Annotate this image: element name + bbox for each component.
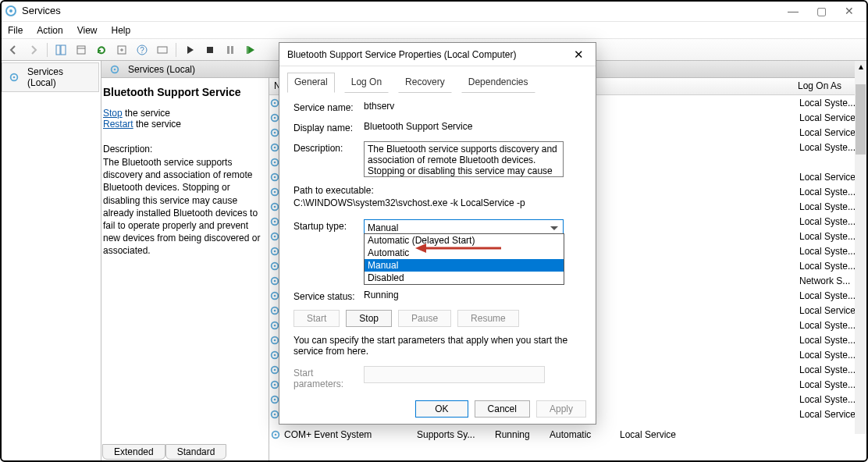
restart-tail: the service xyxy=(133,119,181,130)
export-button[interactable] xyxy=(113,41,130,59)
close-button[interactable]: ✕ xyxy=(835,0,863,22)
svg-rect-4 xyxy=(77,46,85,54)
help-button[interactable]: ? xyxy=(133,41,151,59)
svg-point-51 xyxy=(274,339,276,341)
startup-type-dropdown[interactable]: Automatic (Delayed Start) Automatic Manu… xyxy=(364,233,564,285)
svg-point-63 xyxy=(275,433,277,435)
properties-button[interactable] xyxy=(73,41,90,59)
svg-point-45 xyxy=(274,294,276,297)
start-params-input xyxy=(364,366,545,383)
svg-point-15 xyxy=(13,76,16,79)
menu-file[interactable]: File xyxy=(8,25,23,36)
tab-extended[interactable]: Extended xyxy=(102,444,165,460)
svg-point-39 xyxy=(274,250,276,252)
col-logon[interactable]: Log On As xyxy=(793,78,857,94)
stop-link[interactable]: Stop xyxy=(103,108,123,119)
tab-logon[interactable]: Log On xyxy=(344,73,389,93)
svg-point-61 xyxy=(274,413,276,415)
svg-point-37 xyxy=(274,235,276,237)
services-app-icon xyxy=(5,5,17,17)
label-display-name: Display name: xyxy=(293,121,364,133)
value-display-name: Bluetooth Support Service xyxy=(364,121,582,132)
label-start-params: Start parameters: xyxy=(293,366,364,389)
svg-text:?: ? xyxy=(140,46,144,55)
tab-general[interactable]: General xyxy=(287,73,335,93)
stop-button[interactable] xyxy=(201,41,219,59)
start-button[interactable]: Start xyxy=(293,310,340,327)
value-description[interactable] xyxy=(364,141,564,177)
menubar: File Action View Help xyxy=(0,22,868,39)
stop-service-button[interactable]: Stop xyxy=(346,310,392,327)
cancel-button[interactable]: Cancel xyxy=(475,400,530,418)
dropdown-manual[interactable]: Manual xyxy=(365,259,564,272)
menu-help[interactable]: Help xyxy=(112,25,131,36)
play-button[interactable] xyxy=(181,41,198,59)
desc-label: Description: xyxy=(103,144,262,155)
cell-logon: Local Service xyxy=(620,429,690,440)
forward-button[interactable] xyxy=(25,41,42,59)
svg-rect-3 xyxy=(61,45,66,55)
apply-button[interactable]: Apply xyxy=(536,400,586,418)
pause-service-button[interactable]: Pause xyxy=(398,310,451,327)
label-startup-type: Startup type: xyxy=(293,219,364,232)
svg-point-1 xyxy=(9,9,12,12)
cell-startup: Automatic xyxy=(550,429,620,440)
pause-button[interactable] xyxy=(222,41,239,59)
svg-rect-11 xyxy=(227,46,229,54)
svg-point-19 xyxy=(274,101,276,104)
dialog-close-button[interactable]: ✕ xyxy=(569,45,588,64)
scrollbar-thumb[interactable] xyxy=(856,84,866,155)
scroll-up-icon[interactable]: ▴ xyxy=(859,61,863,72)
label-path: Path to executable: xyxy=(293,185,582,196)
svg-point-49 xyxy=(274,324,276,326)
show-hide-tree-button[interactable] xyxy=(52,41,69,59)
nav-pane: Services (Local) xyxy=(0,61,101,462)
svg-point-47 xyxy=(274,309,276,311)
svg-rect-2 xyxy=(56,45,60,55)
nav-item-label: Services (Local) xyxy=(27,66,92,88)
tab-dependencies[interactable]: Dependencies xyxy=(461,73,535,93)
dropdown-automatic[interactable]: Automatic xyxy=(365,247,564,259)
refresh-button[interactable] xyxy=(93,41,110,59)
svg-point-33 xyxy=(274,205,276,208)
label-service-name: Service name: xyxy=(293,101,364,113)
footer-tabs: Extended Standard xyxy=(102,444,226,460)
svg-point-35 xyxy=(274,220,276,222)
ok-button[interactable]: OK xyxy=(415,400,468,418)
dialog-tabs: General Log On Recovery Dependencies xyxy=(279,66,596,93)
restart-link[interactable]: Restart xyxy=(103,119,133,130)
window-title: Services xyxy=(22,5,779,16)
nav-services-local[interactable]: Services (Local) xyxy=(2,62,99,92)
svg-rect-13 xyxy=(247,46,248,54)
svg-point-53 xyxy=(274,354,276,356)
content-header-label: Services (Local) xyxy=(128,64,195,75)
dialog-titlebar: Bluetooth Support Service Properties (Lo… xyxy=(279,43,596,66)
startup-type-value: Manual xyxy=(368,222,398,233)
minimize-button[interactable]: — xyxy=(779,0,807,22)
dialog-title: Bluetooth Support Service Properties (Lo… xyxy=(287,49,569,60)
menu-action[interactable]: Action xyxy=(37,25,62,36)
maximize-button[interactable]: ▢ xyxy=(807,0,835,22)
dropdown-disabled[interactable]: Disabled xyxy=(365,272,564,284)
manage-button[interactable] xyxy=(154,41,171,59)
svg-point-43 xyxy=(274,279,276,282)
value-service-status: Running xyxy=(364,290,582,300)
gear-icon xyxy=(270,429,281,440)
titlebar: Services — ▢ ✕ xyxy=(0,0,868,22)
gear-icon xyxy=(109,64,120,75)
tab-standard[interactable]: Standard xyxy=(165,444,227,460)
dropdown-auto-delayed[interactable]: Automatic (Delayed Start) xyxy=(365,234,564,247)
svg-point-29 xyxy=(274,176,276,178)
menu-view[interactable]: View xyxy=(77,25,98,36)
svg-point-41 xyxy=(274,265,276,267)
svg-point-23 xyxy=(274,131,276,133)
label-description: Description: xyxy=(293,141,364,154)
value-service-name: bthserv xyxy=(364,101,582,112)
desc-text: The Bluetooth service supports discovery… xyxy=(103,156,262,258)
table-row[interactable]: COM+ Event System Supports Sy... Running… xyxy=(270,427,857,442)
back-button[interactable] xyxy=(5,41,22,59)
tab-recovery[interactable]: Recovery xyxy=(398,73,452,93)
resume-button[interactable]: Resume xyxy=(457,310,519,327)
scrollbar-vertical[interactable]: ▴ xyxy=(855,61,866,434)
restart-button[interactable] xyxy=(242,41,259,59)
